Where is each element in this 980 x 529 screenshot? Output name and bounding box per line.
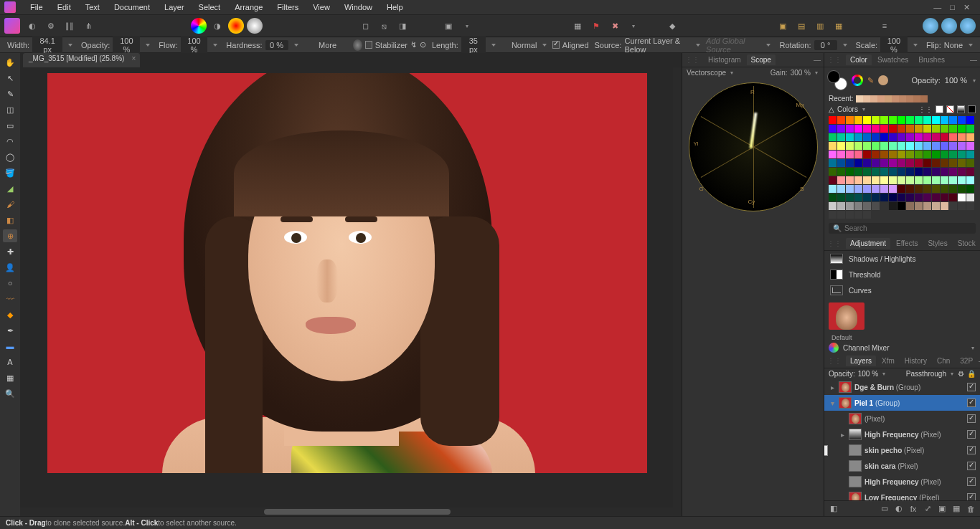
layer-thumbnail[interactable]: [849, 476, 862, 487]
adjustment-threshold[interactable]: Threshold: [824, 267, 980, 282]
swatch[interactable]: [846, 211, 854, 219]
swatch[interactable]: [889, 185, 897, 193]
more-button[interactable]: More: [319, 41, 336, 49]
length-value[interactable]: 35 px: [461, 36, 486, 54]
swatch[interactable]: [854, 176, 862, 184]
tab-chn[interactable]: Chn: [933, 356, 954, 366]
layer-visible-checkbox[interactable]: [967, 493, 976, 500]
palette-menu-icon[interactable]: ⋮⋮: [918, 105, 933, 113]
layer-opacity-value[interactable]: 100 %: [858, 370, 878, 378]
stabilizer-mode-1-icon[interactable]: ↯: [410, 40, 417, 49]
palette-select[interactable]: Colors: [837, 105, 858, 113]
crop-to-icon[interactable]: ⤢: [923, 504, 933, 514]
arrange-1-icon[interactable]: ▣: [775, 18, 791, 34]
menu-view[interactable]: View: [306, 3, 337, 11]
swatch[interactable]: [897, 133, 905, 141]
layer-row[interactable]: Low Frequency (Pixel): [824, 490, 980, 500]
swatch[interactable]: [958, 159, 966, 167]
swatch[interactable]: [846, 185, 854, 193]
arrange-4-icon[interactable]: ▦: [831, 18, 847, 34]
layer-thumbnail[interactable]: [839, 397, 852, 409]
cancel-dd[interactable]: ▾: [626, 18, 641, 34]
layer-expand-arrow[interactable]: ▸: [839, 431, 846, 439]
layer-gear-icon[interactable]: ⚙: [958, 370, 964, 378]
zoom-tool[interactable]: 🔍: [3, 387, 17, 400]
shape-tool[interactable]: ◆: [3, 308, 17, 321]
tab-scope[interactable]: Scope: [747, 54, 776, 65]
swatch[interactable]: [829, 159, 837, 167]
add-layer-icon[interactable]: ▦: [951, 504, 961, 514]
swatch[interactable]: [889, 142, 897, 150]
swatch[interactable]: [915, 159, 923, 167]
window-minimize[interactable]: —: [933, 3, 941, 12]
swatch[interactable]: [829, 142, 837, 150]
tab-swatches[interactable]: Swatches: [873, 54, 913, 65]
layer-row[interactable]: ▾Piel 1 (Group): [824, 395, 980, 411]
swatch[interactable]: [941, 159, 948, 167]
recent-swatches[interactable]: [856, 95, 928, 103]
swatch[interactable]: [872, 125, 880, 133]
clone-stamp-tool[interactable]: ⊕: [3, 229, 17, 242]
swatch[interactable]: [949, 125, 957, 133]
swatch[interactable]: [872, 159, 880, 167]
swatch[interactable]: [889, 159, 897, 167]
cancel-icon[interactable]: ✖: [607, 18, 623, 34]
swatch[interactable]: [829, 133, 837, 141]
tab-stock[interactable]: Stock: [953, 238, 980, 249]
swatch[interactable]: [872, 185, 880, 193]
group-icon[interactable]: ▣: [937, 504, 947, 514]
swatch[interactable]: [932, 133, 940, 141]
solid-type-icon[interactable]: [936, 105, 943, 113]
scale-value[interactable]: 100 %: [880, 36, 908, 54]
swatch[interactable]: [872, 151, 880, 158]
swatch[interactable]: [932, 176, 940, 184]
swatch[interactable]: [915, 142, 923, 150]
align-icon[interactable]: ≡: [877, 18, 892, 34]
swatch[interactable]: [906, 168, 914, 176]
stabilizer-mode-2-icon[interactable]: ⊙: [420, 40, 426, 49]
swatch[interactable]: [837, 125, 845, 133]
swatch[interactable]: [829, 176, 837, 184]
swatch[interactable]: [923, 185, 931, 193]
mesh-tool[interactable]: ▦: [3, 371, 17, 384]
canvas[interactable]: [47, 73, 647, 473]
swatch[interactable]: [897, 176, 905, 184]
swatch[interactable]: [829, 168, 837, 176]
layer-expand-arrow[interactable]: ▸: [829, 383, 836, 391]
swatch[interactable]: [854, 116, 862, 124]
layer-row[interactable]: (Pixel): [824, 411, 980, 426]
swatch[interactable]: [829, 202, 837, 210]
swatch[interactable]: [906, 185, 914, 193]
swatch[interactable]: [932, 185, 940, 193]
swatch[interactable]: [854, 168, 862, 176]
length-dd[interactable]: [491, 44, 496, 47]
blendmode-select[interactable]: Normal: [512, 41, 537, 49]
layer-visible-checkbox[interactable]: [967, 477, 976, 486]
swatch[interactable]: [854, 211, 862, 219]
adjustment-shadows-highlights[interactable]: Shadows / Highlights: [824, 251, 980, 267]
rotation-dd[interactable]: [843, 44, 847, 47]
swatch[interactable]: [923, 151, 931, 158]
contrast-icon[interactable]: ◑: [209, 18, 225, 34]
hue-ring-icon[interactable]: [852, 75, 863, 86]
swatch[interactable]: [889, 194, 897, 201]
swatch[interactable]: [854, 142, 862, 150]
swatch[interactable]: [829, 185, 837, 193]
tab-brushes[interactable]: Brushes: [914, 54, 949, 65]
swatch[interactable]: [915, 151, 923, 158]
layer-row[interactable]: skin pecho (Pixel)skin pecho: [824, 442, 980, 458]
globe-3-icon[interactable]: [960, 18, 976, 34]
aligned-checkbox[interactable]: [552, 41, 559, 49]
swatch[interactable]: [846, 125, 854, 133]
hardness-dd[interactable]: [294, 44, 298, 47]
hsl-icon[interactable]: [228, 18, 244, 34]
adjustment-layer-icon[interactable]: ◐: [894, 504, 904, 514]
swatch[interactable]: [949, 142, 957, 150]
swatch[interactable]: [889, 202, 897, 210]
swatch[interactable]: [829, 194, 837, 201]
layer-thumbnail[interactable]: [839, 381, 852, 393]
swatch[interactable]: [880, 151, 888, 158]
layer-lock-icon[interactable]: 🔒: [967, 370, 976, 378]
color-opacity-value[interactable]: 100 %: [945, 76, 967, 85]
opacity-value[interactable]: 100 %: [113, 36, 140, 54]
